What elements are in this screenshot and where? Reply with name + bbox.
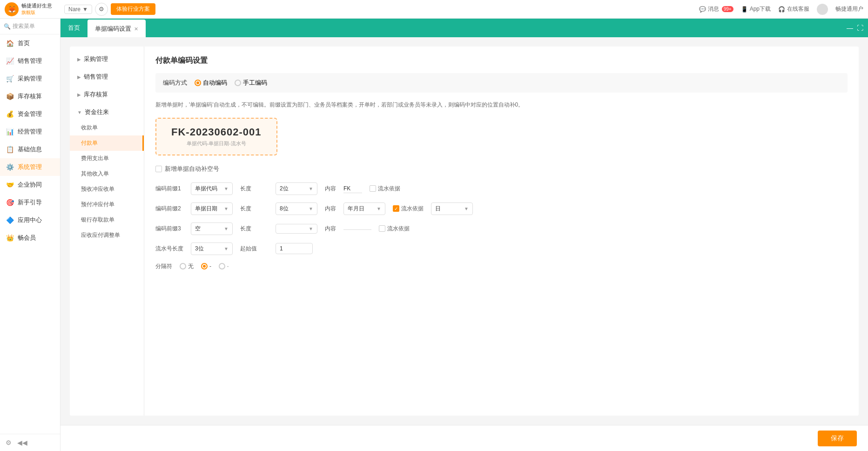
waterflow2-period-select[interactable]: 日 ▼: [431, 202, 473, 215]
sales-icon: 📈: [6, 57, 14, 65]
sep-dot-radio[interactable]: [219, 263, 225, 269]
messages-button[interactable]: 💬 消息 99+: [699, 5, 733, 13]
chevron-down-icon-l1: ▼: [309, 186, 313, 191]
sep-none-option[interactable]: 无: [180, 263, 194, 270]
auto-encode-radio[interactable]: [195, 80, 201, 86]
auto-fill-row: 新增单据自动补空号: [155, 165, 848, 173]
sidebar-nav: 🏠 首页 📈 销售管理 🛒 采购管理 📦 库存核算 💰 资金管理 📊 经: [0, 34, 60, 434]
sep-dash-option[interactable]: -: [201, 263, 211, 269]
sep-dash-radio[interactable]: [201, 263, 208, 269]
app-logo: 🦊: [5, 2, 19, 16]
subnav-item-prepaid-payable[interactable]: 预付冲应付单: [70, 197, 144, 212]
company-selector[interactable]: Nare ▼: [64, 5, 92, 14]
manual-encode-radio[interactable]: [235, 80, 241, 86]
subnav-item-receipt[interactable]: 收款单: [70, 120, 144, 135]
prefix2-select[interactable]: 单据日期 ▼: [191, 202, 233, 215]
sidebar-item-operations[interactable]: 📊 经营管理: [0, 123, 60, 141]
subnav-group-purchase: ▶ 采购管理: [70, 51, 144, 67]
settings-button[interactable]: ⚙: [95, 3, 108, 16]
serial-length-row: 流水号长度 3位 ▼ 起始值: [155, 242, 848, 255]
sidebar-item-sales[interactable]: 📈 销售管理: [0, 52, 60, 70]
separator-options: 无 - ·: [180, 263, 229, 270]
chevron-down-icon-p2: ▼: [224, 206, 229, 211]
sidebar-item-vip[interactable]: 👑 畅会员: [0, 229, 60, 247]
subnav-item-prepaid-receivable[interactable]: 预收冲应收单: [70, 182, 144, 197]
subnav-item-adjustment[interactable]: 应收应付调整单: [70, 228, 144, 243]
code-preview-box: FK-20230602-001 单据代码-单据日期-流水号: [155, 118, 277, 155]
prefix2-label: 编码前缀2: [155, 205, 183, 213]
tab-bar: 首页 单据编码设置 ✕ — ⛶: [61, 19, 868, 37]
purchase-icon: 🛒: [6, 75, 14, 82]
subnav-header-inventory[interactable]: ▶ 库存核算: [70, 87, 144, 102]
operations-icon: 📊: [6, 128, 14, 135]
length3-select[interactable]: ▼: [276, 224, 317, 234]
separator-label: 分隔符: [155, 263, 174, 270]
subnav-header-finance[interactable]: ▼ 资金往来: [70, 104, 144, 120]
waterflow1-group: 流水依据: [370, 185, 400, 193]
chevron-down-icon-w2: ▼: [464, 206, 469, 211]
manual-encode-option[interactable]: 手工编码: [235, 79, 267, 87]
sidebar-collapse-icon[interactable]: ◀◀: [17, 439, 27, 446]
finance-icon: 💰: [6, 110, 14, 118]
serial-length-select[interactable]: 3位 ▼: [191, 242, 233, 255]
content2-select[interactable]: 年月日 ▼: [343, 202, 385, 215]
tab-close-icon[interactable]: ✕: [134, 26, 138, 32]
tab-home[interactable]: 首页: [61, 19, 87, 37]
tab-serial-settings[interactable]: 单据编码设置 ✕: [87, 20, 146, 38]
sep-none-radio[interactable]: [180, 263, 186, 269]
prefix1-label: 编码前缀1: [155, 185, 183, 193]
waterflow3-group: 流水依据: [379, 225, 410, 233]
trial-button[interactable]: 体验行业方案: [111, 3, 155, 15]
subnav-item-other-income[interactable]: 其他收入单: [70, 166, 144, 182]
chevron-down-icon-l3: ▼: [309, 226, 313, 231]
window-maximize-icon[interactable]: ⛶: [857, 24, 863, 32]
sidebar-item-basics[interactable]: 📋 基础信息: [0, 141, 60, 158]
auto-fill-checkbox[interactable]: [155, 166, 162, 172]
subnav-item-bank[interactable]: 银行存取款单: [70, 212, 144, 228]
length1-select[interactable]: 2位 ▼: [276, 182, 317, 195]
online-service-button[interactable]: 🎧 在线客服: [778, 5, 809, 13]
chevron-down-icon-c2: ▼: [377, 206, 381, 211]
save-button[interactable]: 保存: [818, 431, 857, 446]
waterflow1-checkbox[interactable]: [370, 185, 376, 192]
subnav-group-finance: ▼ 资金往来 收款单 付款单 费用支出单 其他收入单 预收冲应收单 预付冲应付单…: [70, 104, 144, 243]
window-minimize-icon[interactable]: —: [847, 24, 853, 32]
prefix1-select[interactable]: 单据代码 ▼: [191, 182, 233, 195]
sidebar-item-system[interactable]: ⚙️ 系统管理: [0, 158, 60, 176]
sidebar-item-home[interactable]: 🏠 首页: [0, 34, 60, 52]
bottom-bar: 保存: [61, 425, 868, 451]
start-value-label: 起始值: [240, 245, 268, 253]
arrow-right-icon-3: ▶: [77, 92, 81, 97]
waterflow2-checkbox[interactable]: ✓: [393, 205, 399, 212]
sidebar-settings-icon[interactable]: ⚙: [6, 439, 12, 446]
appcenter-icon: 🔷: [6, 216, 14, 224]
prefix3-row: 编码前缀3 空 ▼ 长度 ▼ 内容: [155, 222, 848, 235]
sidebar-item-inventory[interactable]: 📦 库存核算: [0, 88, 60, 105]
subnav-item-expense[interactable]: 费用支出单: [70, 151, 144, 166]
waterflow3-checkbox[interactable]: [379, 225, 385, 232]
sidebar-item-purchase[interactable]: 🛒 采购管理: [0, 70, 60, 88]
subnav-item-payment[interactable]: 付款单: [70, 135, 144, 151]
start-value-input[interactable]: [276, 243, 313, 254]
sidebar-item-enterprise[interactable]: 🤝 企业协同: [0, 176, 60, 194]
subnav-group-inventory: ▶ 库存核算: [70, 87, 144, 102]
sidebar-search[interactable]: 🔍 搜索菜单: [0, 19, 60, 34]
length2-select[interactable]: 8位 ▼: [276, 202, 317, 215]
basics-icon: 📋: [6, 146, 14, 153]
auto-encode-option[interactable]: 自动编码: [195, 79, 227, 87]
prefix3-select[interactable]: 空 ▼: [191, 222, 233, 235]
sidebar-item-newguide[interactable]: 🎯 新手引导: [0, 194, 60, 211]
avatar[interactable]: [817, 4, 828, 15]
subnav-header-sales[interactable]: ▶ 销售管理: [70, 69, 144, 85]
sidebar-item-finance[interactable]: 💰 资金管理: [0, 105, 60, 123]
length3-label: 长度: [240, 225, 268, 233]
prefix2-row: 编码前缀2 单据日期 ▼ 长度 8位 ▼ 内容: [155, 202, 848, 215]
subnav-header-purchase[interactable]: ▶ 采购管理: [70, 51, 144, 67]
sep-dot-option[interactable]: ·: [219, 263, 229, 269]
arrow-right-icon-2: ▶: [77, 74, 81, 80]
length2-label: 长度: [240, 205, 268, 213]
app-download-button[interactable]: 📱 App下载: [741, 5, 771, 13]
encode-method-row: 编码方式 自动编码 手工编码: [155, 73, 848, 93]
content-area: 首页 单据编码设置 ✕ — ⛶ ▶: [61, 19, 868, 451]
sidebar-item-appcenter[interactable]: 🔷 应用中心: [0, 211, 60, 229]
